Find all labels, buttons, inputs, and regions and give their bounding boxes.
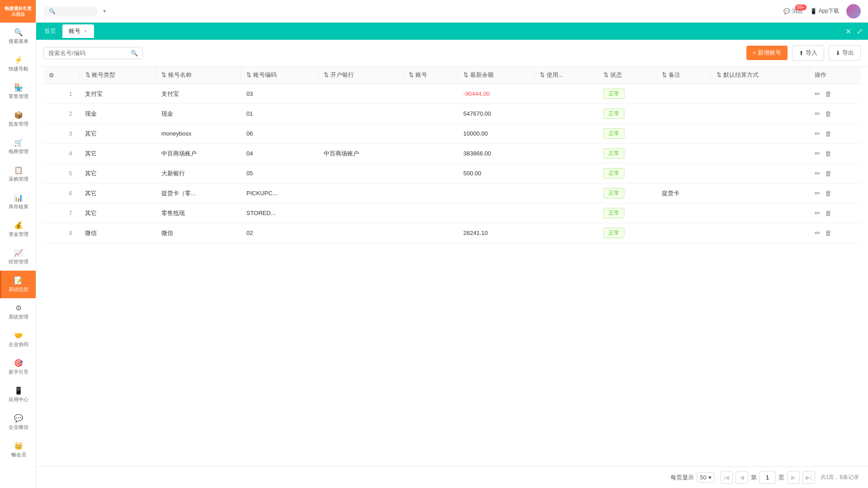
finance-mgmt-icon: 💰: [14, 221, 23, 230]
row-settlement-5: [711, 164, 809, 183]
col-status[interactable]: ⇅ 状态: [598, 66, 656, 84]
quick-nav-label: 快捷导航: [9, 66, 28, 72]
col-usage[interactable]: ⇅ 使用...: [534, 66, 598, 84]
sidebar-item-ops-mgmt[interactable]: 📈经营管理: [0, 243, 36, 271]
delete-icon-3[interactable]: 🗑: [825, 130, 832, 137]
row-settlement-8: [711, 223, 809, 243]
row-status-8: 正常: [598, 223, 656, 243]
row-action-4: ✏ 🗑: [809, 144, 861, 164]
tab-close-all-button[interactable]: ✕: [844, 25, 853, 38]
col-settlement[interactable]: ⇅ 默认结算方式: [711, 66, 809, 84]
sidebar-item-quick-nav[interactable]: ⚡快捷导航: [0, 50, 36, 78]
row-index-7: 7: [61, 203, 80, 223]
delete-icon-5[interactable]: 🗑: [825, 169, 832, 177]
user-avatar[interactable]: [846, 4, 861, 19]
tab-bar: 首页 账号 × ✕ ⤢: [36, 23, 868, 40]
main-wrapper: 🔍 ▾ 💬 消息 99+ 📱 App下载 首页 账号 ×: [36, 0, 868, 488]
tab-expand-button[interactable]: ⤢: [855, 25, 864, 38]
add-account-button[interactable]: + 新增账号: [746, 46, 788, 60]
purchase-mgmt-label: 采购管理: [9, 176, 28, 183]
first-page-button[interactable]: |◀: [720, 471, 733, 484]
sidebar-item-membership[interactable]: 👑畅会员: [0, 436, 36, 464]
message-icon: 💬: [783, 8, 790, 14]
sidebar-item-retail-mgmt[interactable]: 🏪零售管理: [0, 78, 36, 105]
col-gear[interactable]: ⚙: [43, 66, 61, 84]
sidebar-item-ecommerce-mgmt[interactable]: 🛒电商管理: [0, 133, 36, 160]
export-icon: ⬇: [835, 50, 840, 56]
edit-icon-6[interactable]: ✏: [815, 189, 821, 197]
sidebar-item-system-mgmt[interactable]: ⚙系统管理: [0, 298, 36, 326]
row-code-8: 02: [241, 223, 318, 243]
search-menu-icon: 🔍: [14, 28, 23, 37]
col-name[interactable]: ⇅ 账号名称: [156, 66, 241, 84]
edit-icon-5[interactable]: ✏: [815, 169, 821, 178]
search-input[interactable]: [48, 50, 128, 56]
col-balance[interactable]: ⇅ 最新余额: [458, 66, 534, 84]
top-header-dropdown-icon[interactable]: ▾: [103, 8, 106, 14]
membership-icon: 👑: [14, 441, 23, 450]
edit-icon-1[interactable]: ✏: [815, 90, 821, 98]
sidebar-item-beginner-guide[interactable]: 🎯新手引导: [0, 353, 36, 381]
row-settlement-3: [711, 124, 809, 144]
delete-icon-4[interactable]: 🗑: [825, 150, 832, 157]
sidebar-item-wholesale-mgmt[interactable]: 📦批发管理: [0, 105, 36, 133]
row-account-5: [403, 164, 458, 183]
row-index-5: 5: [61, 164, 80, 183]
edit-icon-2[interactable]: ✏: [815, 110, 821, 118]
row-bank-6: [318, 183, 403, 203]
sidebar-item-app-center[interactable]: 📱应用中心: [0, 381, 36, 408]
delete-icon-6[interactable]: 🗑: [825, 189, 832, 197]
row-bank-2: [318, 104, 403, 124]
purchase-mgmt-icon: 📋: [14, 166, 23, 174]
sidebar-item-enterprise-agreement[interactable]: 🤝企业协同: [0, 326, 36, 353]
edit-icon-3[interactable]: ✏: [815, 130, 821, 138]
col-account[interactable]: ⇅ 账号: [403, 66, 458, 84]
delete-icon-7[interactable]: 🗑: [825, 209, 832, 217]
sidebar-item-finance-mgmt[interactable]: 💰资金管理: [0, 216, 36, 243]
edit-icon-8[interactable]: ✏: [815, 229, 821, 237]
sidebar-item-inventory-mgmt[interactable]: 📊库存核算: [0, 188, 36, 216]
app-download-label: App下载: [819, 7, 839, 15]
app-download-button[interactable]: 📱 App下载: [810, 7, 839, 15]
col-code[interactable]: ⇅ 账号编码: [241, 66, 318, 84]
col-index: [61, 66, 80, 84]
search-box[interactable]: 🔍: [43, 47, 143, 59]
row-account-4: [403, 144, 458, 164]
delete-icon-2[interactable]: 🗑: [825, 110, 832, 117]
sidebar-item-basic-info[interactable]: 📝基础信息: [0, 271, 36, 298]
col-remark[interactable]: ⇅ 备注: [656, 66, 711, 84]
row-balance-7: [458, 203, 534, 223]
edit-icon-4[interactable]: ✏: [815, 150, 821, 158]
sidebar-item-enterprise-wechat[interactable]: 💬企业微信: [0, 408, 36, 436]
sidebar-item-search-menu[interactable]: 🔍搜索菜单: [0, 23, 36, 50]
page-size-box[interactable]: 50 ▾: [697, 472, 714, 483]
table-row: 7 其它 零售抵现 STORED... 正常 ✏ 🗑: [43, 203, 861, 223]
col-bank[interactable]: ⇅ 开户银行: [318, 66, 403, 84]
app-center-label: 应用中心: [9, 396, 28, 403]
ops-mgmt-icon: 📈: [14, 249, 23, 257]
search-icon: 🔍: [131, 50, 138, 56]
row-settlement-4: [711, 144, 809, 164]
top-search-box[interactable]: 🔍: [43, 6, 98, 16]
row-balance-5: 500.00: [458, 164, 534, 183]
last-page-button[interactable]: ▶|: [802, 471, 815, 484]
tab-account[interactable]: 账号 ×: [62, 24, 94, 38]
next-page-button[interactable]: ▶: [787, 471, 800, 484]
sidebar-item-purchase-mgmt[interactable]: 📋采购管理: [0, 160, 36, 188]
tab-account-close[interactable]: ×: [83, 28, 88, 34]
row-gear-6: [43, 183, 61, 203]
page-number-input[interactable]: [760, 471, 776, 484]
beginner-guide-label: 新手引导: [9, 369, 28, 375]
sidebar: 畅捷通好生意 乐惠版 🔍搜索菜单⚡快捷导航🏪零售管理📦批发管理🛒电商管理📋采购管…: [0, 0, 36, 488]
edit-icon-7[interactable]: ✏: [815, 209, 821, 217]
message-button[interactable]: 💬 消息 99+: [783, 7, 803, 15]
row-usage-1: [534, 84, 598, 104]
row-type-5: 其它: [80, 164, 156, 183]
delete-icon-1[interactable]: 🗑: [825, 90, 832, 98]
prev-page-button[interactable]: ◀: [736, 471, 748, 484]
delete-icon-8[interactable]: 🗑: [825, 229, 832, 237]
tab-home[interactable]: 首页: [38, 24, 62, 38]
import-button[interactable]: ⬆ 导入: [792, 45, 824, 61]
export-button[interactable]: ⬇ 导出: [829, 45, 861, 61]
col-type[interactable]: ⇅ 账号类型: [80, 66, 156, 84]
